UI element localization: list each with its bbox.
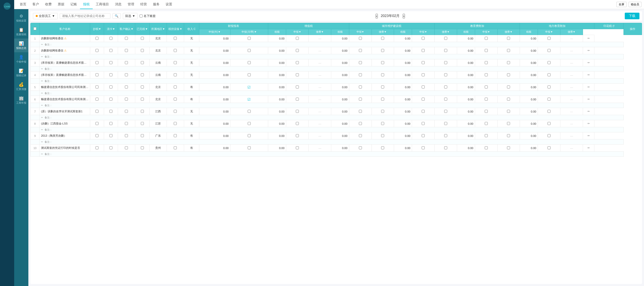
city-pay-checkbox[interactable] [381,61,384,64]
edu-declare-checkbox[interactable] [422,122,425,125]
row-taxdev[interactable] [167,47,184,54]
qingka-checkbox[interactable] [109,85,112,88]
local-edu-declare-checkbox[interactable] [485,49,488,52]
row-edu-pay[interactable] [435,120,457,127]
row-city-pay[interactable] [372,145,394,152]
row-stamp-pay[interactable]: — [560,145,583,152]
nav-tax[interactable]: 报税 [80,0,93,9]
financial-monthly-checkbox[interactable] [248,122,251,125]
row-vat-pay[interactable]: — [309,120,331,127]
row-local-edu-declare[interactable] [475,145,497,152]
row-local-edu-pay[interactable] [497,84,520,91]
search-input[interactable] [60,13,110,19]
row-city-pay[interactable] [372,72,394,79]
row-confirm[interactable] [118,120,135,127]
row-city-declare[interactable] [349,84,372,91]
row-edu-declare[interactable] [412,145,435,152]
financial-monthly-checkbox[interactable] [248,49,251,52]
note-cell[interactable]: ✏ 备注： [40,79,624,84]
row-qingka[interactable] [104,132,118,139]
done-checkbox[interactable] [141,146,144,149]
nav-operation[interactable]: 经营 [137,0,150,9]
vat-declare-checkbox[interactable] [296,146,299,149]
row-chaoshui[interactable] [90,72,104,79]
note-cell[interactable]: ✏ 备注： [40,42,624,47]
done-checkbox[interactable] [141,73,144,76]
stamp-declare-checkbox[interactable] [548,61,551,64]
row-action[interactable]: ✏ [583,96,594,103]
city-declare-checkbox[interactable] [359,122,362,125]
row-edu-declare[interactable] [412,72,435,79]
edit-icon[interactable]: ✏ [588,85,590,88]
row-vat-pay[interactable]: — [309,84,331,91]
edit-icon[interactable]: ✏ [588,37,590,40]
stamp-declare-checkbox[interactable] [548,110,551,113]
row-done[interactable] [135,47,149,54]
row-stamp-pay[interactable]: — [560,35,583,42]
edu-declare-checkbox[interactable] [422,37,425,40]
local-edu-declare-checkbox[interactable] [485,122,488,125]
financial-monthly-checkbox[interactable] [248,110,251,113]
row-financial-monthly[interactable] [230,120,268,127]
nav-settings[interactable]: 设置 [163,0,175,9]
search-button[interactable]: 🔍 [112,13,121,19]
side-menu-tax-record[interactable]: 📝 报税记录 [14,66,28,80]
row-local-edu-pay[interactable] [497,59,520,66]
row-taxdev[interactable] [167,145,184,152]
taxdev-checkbox[interactable] [174,49,177,52]
row-city-declare[interactable] [349,108,372,115]
row-city-declare[interactable] [349,35,372,42]
confirm-checkbox[interactable] [125,37,128,40]
edit-icon[interactable]: ✏ [588,61,590,64]
stamp-declare-checkbox[interactable] [548,122,551,125]
row-qingka[interactable] [104,108,118,115]
note-cell[interactable]: ✏ 备注： [40,66,624,72]
edu-declare-checkbox[interactable] [422,146,425,149]
city-pay-checkbox[interactable] [381,134,384,137]
local-edu-pay-checkbox[interactable] [507,73,510,76]
row-confirm[interactable] [118,108,135,115]
taxdev-checkbox[interactable] [174,61,177,64]
row-edu-declare[interactable] [412,35,435,42]
nav-business[interactable]: 工商项目 [93,0,112,9]
local-edu-pay-checkbox[interactable] [507,85,510,88]
financial-monthly-checkbox[interactable] [248,37,251,40]
row-financial-monthly[interactable] [230,59,268,66]
row-vat-pay[interactable]: — [309,145,331,152]
row-customer-name[interactable]: (库存核算）直播畅捷通信息技术股份有限...⚠ [40,59,90,66]
note-cell[interactable]: ✏ 备注： [40,139,624,145]
nav-service[interactable]: 服务 [150,0,163,9]
row-action[interactable]: ✏ [583,120,594,127]
row-chaoshui[interactable] [90,59,104,66]
chaoshui-checkbox[interactable] [95,122,99,125]
row-city-pay[interactable] [372,132,394,139]
done-checkbox[interactable] [141,110,144,113]
local-edu-declare-checkbox[interactable] [485,98,488,101]
row-customer-name[interactable]: 勿删新锐网络通信⚠ [40,47,90,54]
row-stamp-declare[interactable] [538,59,560,66]
edu-declare-checkbox[interactable] [422,85,425,88]
vat-declare-checkbox[interactable] [296,61,299,64]
qingka-checkbox[interactable] [109,73,112,76]
row-customer-name[interactable]: 测试斯套的凭证打印的时候是否 [40,145,90,152]
row-financial-monthly[interactable] [230,145,268,152]
row-city-pay[interactable] [372,47,394,54]
done-checkbox[interactable] [141,49,144,52]
row-stamp-declare[interactable] [538,35,560,42]
row-stamp-pay[interactable]: — [560,84,583,91]
row-done[interactable] [135,120,149,127]
row-local-edu-pay[interactable] [497,72,520,79]
row-stamp-declare[interactable] [538,96,560,103]
taxdev-checkbox[interactable] [174,37,177,40]
side-menu-batch-tax[interactable]: 📋 批量报税 [14,25,28,39]
chaoshui-checkbox[interactable] [95,37,99,40]
row-action[interactable]: ✏ [583,59,594,66]
city-declare-checkbox[interactable] [359,49,362,52]
row-edu-declare[interactable] [412,108,435,115]
row-city-pay[interactable] [372,84,394,91]
download-button[interactable]: 下载 [625,13,639,19]
row-customer-name[interactable]: 勿删新锐网络通信⚠ [40,35,90,42]
done-checkbox[interactable] [141,37,144,40]
row-action[interactable]: ✏ [583,47,594,54]
city-declare-checkbox[interactable] [359,73,362,76]
